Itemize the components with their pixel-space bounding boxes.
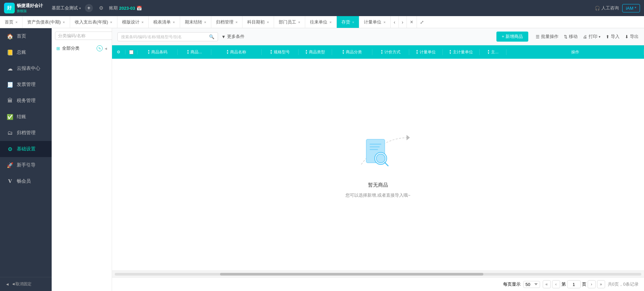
product-search-box[interactable]: 🔍 [117,32,218,41]
sidebar-item-invoice[interactable]: 🧾 发票管理 [0,77,52,93]
company-selector[interactable]: 基层工会测试 ▾ [52,5,81,11]
th-operations: 操作 [506,49,644,55]
sidebar-item-homepage[interactable]: 🏠 首页 [0,28,52,44]
horizontal-scrollbar[interactable] [112,271,644,277]
sidebar-item-member[interactable]: V 畅会员 [0,173,52,189]
header: 好 畅捷通好会计 旗舰版 基层工会测试 ▾ + ⚙ 账期 2023-03 📅 🎧… [0,0,644,16]
tab-close-icon[interactable]: × [110,20,112,24]
tab-bar: 首页 × 资产负债表(中期) × 收入支出表(年报) × 模版设计 × 税表清单… [0,16,644,28]
main-layout: 🏠 首页 📒 总账 ☁ 云报表中心 🧾 发票管理 🏛 税务管理 ✅ 结账 🗂 归… [0,28,644,291]
scroll-thumb[interactable] [220,273,483,276]
page-number-input[interactable] [567,280,581,288]
batch-operation-button[interactable]: ☰ 批量操作 [536,34,558,40]
tab-dept-staff[interactable]: 部门员工 × [274,16,305,28]
th-type[interactable]: ▲▼ 商品类型 [299,49,332,55]
main-content: 🔍 ▼ 更多条件 + 新增商品 ☰ 批量操作 ⇅ 移动 [112,28,644,291]
period-info: 账期 2023-03 📅 [109,5,142,11]
tab-close-icon[interactable]: × [383,20,385,24]
th-code[interactable]: ▲▼ 商品... [178,49,211,55]
tab-homepage[interactable]: 首页 × [0,16,22,28]
select-all-checkbox[interactable] [129,50,133,54]
edit-icon[interactable]: ✎ [97,45,103,51]
tab-close-icon[interactable]: × [204,20,206,24]
page-navigation: « ‹ 第 页 › » [543,280,605,288]
tab-expand-button[interactable]: ⤢ [417,16,427,28]
calendar-icon[interactable]: 📅 [137,6,142,11]
tab-close-icon[interactable]: × [298,20,300,24]
logo-area: 好 畅捷通好会计 旗舰版 [4,3,48,13]
tab-close-icon[interactable]: × [329,20,331,24]
product-search-input[interactable] [121,34,207,39]
th-spec[interactable]: ▲▼ 规格型号 [262,49,299,55]
sidebar-item-ledger[interactable]: 📒 总账 [0,44,52,60]
headset-icon: 🎧 [595,6,600,11]
th-category[interactable]: ▲▼ 商品分类 [332,49,372,55]
consult-button[interactable]: 🎧 人工咨询 [595,5,619,11]
all-categories-item[interactable]: ⊞ 全部分类 ✎ ◂ [55,43,108,53]
per-page-select[interactable]: 50 20 100 200 [523,281,540,288]
table-header: ⚙ ▲▼ 商品条码 ▲▼ 商品... ▲▼ 商品名称 [112,45,644,59]
tab-close-all-button[interactable]: × [407,16,417,28]
next-page-button[interactable]: › [588,280,596,288]
prev-page-button[interactable]: ‹ [552,280,560,288]
tab-template-design[interactable]: 模版设计 × [117,16,149,28]
first-page-button[interactable]: « [543,280,551,288]
settings-icon[interactable]: ⚙ [97,4,105,12]
unpin-button[interactable]: ◄ ◄取消固定 [0,277,52,291]
th-name[interactable]: ▲▼ 商品名称 [211,49,262,55]
tab-balance-sheet[interactable]: 资产负债表(中期) × [22,16,70,28]
tab-inventory[interactable]: 存货 × [337,16,359,28]
tab-period-close[interactable]: 期末结转 × [180,16,211,28]
sidebar-item-closing[interactable]: ✅ 结账 [0,109,52,125]
add-tab-button[interactable]: + [85,4,93,12]
last-page-button[interactable]: » [597,280,605,288]
tab-measure-unit[interactable]: 计量单位 × [359,16,390,28]
tab-close-icon[interactable]: × [15,20,17,24]
chevron-down-icon: ▾ [79,6,81,10]
tab-close-icon[interactable]: × [142,20,144,24]
tab-close-icon[interactable]: × [63,20,65,24]
add-product-button[interactable]: + 新增商品 [496,32,528,42]
th-col3[interactable]: ▲▼ 主... [480,49,506,55]
tab-income-expense[interactable]: 收入支出表(年报) × [70,16,117,28]
scroll-track[interactable] [115,273,641,276]
tab-close-icon[interactable]: × [235,20,237,24]
tab-tax-list[interactable]: 税表清单 × [149,16,180,28]
tab-close-icon[interactable]: × [352,20,354,24]
th-main-unit[interactable]: ▲▼ 主计量单位 [443,49,480,55]
action-buttons: ☰ 批量操作 ⇅ 移动 🖨 打印 ▾ ⬆ 导入 [536,34,639,40]
th-price-method[interactable]: ▲▼ 计价方式 [372,49,409,55]
tab-archive[interactable]: 归档管理 × [211,16,243,28]
more-filters-button[interactable]: ▼ 更多条件 [221,34,245,40]
check-icon: ✅ [7,114,13,120]
sidebar-item-guide[interactable]: 🚀 新手引导 [0,157,52,173]
ledger-icon: 📒 [7,49,13,56]
sidebar-item-tax[interactable]: 🏛 税务管理 [0,93,52,109]
collapse-icon[interactable]: ◂ [105,46,107,51]
sidebar-item-archive[interactable]: 🗂 归档管理 [0,125,52,141]
search-icon[interactable]: 🔍 [209,34,214,39]
category-search-input[interactable] [58,33,112,38]
tab-close-icon[interactable]: × [173,20,175,24]
sidebar-item-cloud-report[interactable]: ☁ 云报表中心 [0,60,52,77]
th-barcode[interactable]: ▲▼ 商品条码 [138,49,178,55]
th-checkbox[interactable] [125,50,138,54]
tab-scroll-right-button[interactable]: › [399,16,407,28]
import-button[interactable]: ⬆ 导入 [606,34,620,40]
content-wrapper: 🔍 ⊞ 全部分类 ✎ ◂ 🔍 ▼ 更多条件 [52,28,644,291]
tab-scroll-left-button[interactable]: ‹ [391,16,399,28]
svg-rect-4 [370,149,378,150]
move-button[interactable]: ⇅ 移动 [564,34,578,40]
th-unit[interactable]: ▲▼ 计量单位 [409,49,443,55]
account-button[interactable]: iAM * [622,4,640,12]
tab-subject-init[interactable]: 科目期初 × [243,16,274,28]
export-button[interactable]: ⬇ 导出 [625,34,639,40]
sidebar: 🏠 首页 📒 总账 ☁ 云报表中心 🧾 发票管理 🏛 税务管理 ✅ 结账 🗂 归… [0,28,52,291]
print-icon: 🖨 [583,34,587,39]
page-suffix: 页 [582,281,586,287]
th-settings[interactable]: ⚙ [112,50,125,54]
tab-close-icon[interactable]: × [267,20,269,24]
print-button[interactable]: 🖨 打印 ▾ [583,34,600,40]
sidebar-item-settings[interactable]: ⚙ 基础设置 [0,141,52,157]
tab-counterparts[interactable]: 往来单位 × [305,16,336,28]
